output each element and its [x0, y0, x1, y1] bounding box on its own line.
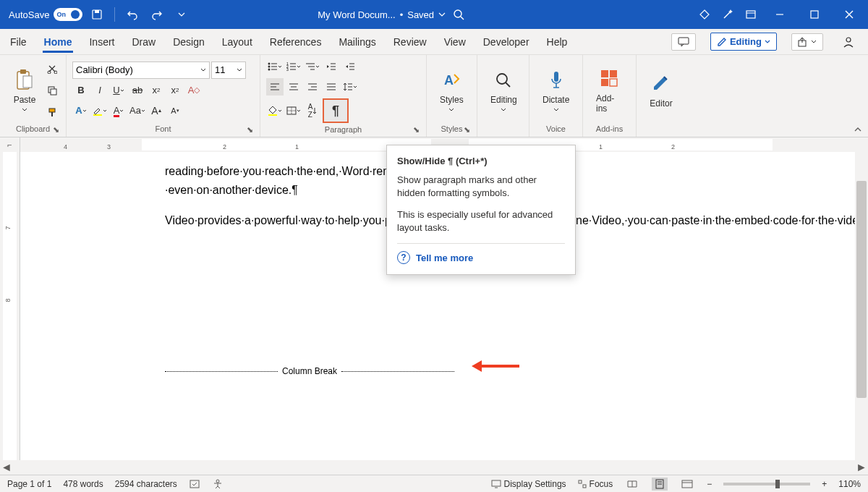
save-icon[interactable] [87, 4, 107, 25]
bold-button[interactable]: B [72, 82, 90, 99]
account-icon[interactable] [838, 33, 859, 51]
tab-draw[interactable]: Draw [130, 32, 157, 52]
read-mode-icon[interactable] [624, 478, 640, 491]
page-count[interactable]: Page 1 of 1 [7, 479, 51, 489]
change-case-button[interactable]: Aa [129, 102, 146, 119]
font-color-button[interactable]: A [110, 102, 127, 119]
vertical-ruler[interactable]: 7 8 [0, 152, 20, 460]
tab-review[interactable]: Review [392, 32, 428, 52]
help-icon: ? [397, 251, 410, 264]
scroll-right-icon[interactable]: ► [855, 461, 868, 474]
maximize-button[interactable] [799, 0, 830, 29]
decrease-indent-button[interactable] [323, 58, 340, 75]
focus-button[interactable]: Focus [578, 479, 613, 489]
editor-button[interactable]: Editor [642, 72, 680, 109]
format-painter-icon[interactable] [43, 103, 61, 121]
display-settings[interactable]: Display Settings [491, 479, 566, 489]
tab-view[interactable]: View [443, 32, 467, 52]
zoom-slider[interactable] [723, 483, 810, 485]
shading-button[interactable] [266, 102, 284, 119]
clear-format-icon[interactable]: A◇ [185, 82, 203, 99]
comments-button[interactable] [671, 33, 696, 51]
tab-mailings[interactable]: Mailings [337, 32, 377, 52]
bullets-button[interactable] [266, 58, 284, 75]
window-icon[interactable] [741, 4, 761, 25]
multilevel-button[interactable] [304, 58, 321, 75]
zoom-in-button[interactable]: + [822, 479, 827, 489]
font-dialog-launcher[interactable]: ⬊ [245, 125, 254, 134]
dictate-button[interactable]: Dictate [535, 69, 576, 112]
tab-developer[interactable]: Developer [482, 32, 531, 52]
redo-icon[interactable] [147, 4, 167, 25]
underline-button[interactable]: U [110, 82, 127, 99]
horizontal-scrollbar[interactable]: ◄ ► [0, 460, 868, 475]
accessibility-icon[interactable] [212, 479, 224, 489]
editing-find-button[interactable]: Editing [483, 69, 524, 112]
zoom-out-button[interactable]: − [707, 479, 712, 489]
font-size-combo[interactable]: 11 [211, 62, 246, 79]
tab-insert[interactable]: Insert [88, 32, 116, 52]
italic-button[interactable]: I [91, 82, 109, 99]
styles-button[interactable]: A Styles [433, 69, 471, 112]
strikethrough-button[interactable]: ab [129, 82, 146, 99]
tab-design[interactable]: Design [171, 32, 206, 52]
clipboard-dialog-launcher[interactable]: ⬊ [51, 125, 60, 134]
cut-icon[interactable] [43, 60, 61, 77]
collapse-ribbon-icon[interactable] [854, 125, 862, 134]
tab-home[interactable]: Home [43, 32, 74, 52]
qat-dropdown-icon[interactable] [171, 4, 192, 25]
svg-point-27 [268, 69, 271, 71]
word-count[interactable]: 478 words [63, 479, 103, 489]
undo-icon[interactable] [122, 4, 142, 25]
web-layout-icon[interactable] [679, 478, 695, 491]
autosave-toggle[interactable]: On [54, 8, 82, 21]
numbering-button[interactable]: 123 [285, 58, 302, 75]
scroll-left-icon[interactable]: ◄ [0, 461, 13, 474]
document-title[interactable]: My Word Docum... • Saved [318, 9, 446, 20]
line-spacing-button[interactable] [341, 78, 359, 96]
align-center-button[interactable] [285, 78, 302, 96]
addins-button[interactable]: Add-ins [589, 67, 630, 114]
char-count[interactable]: 2594 characters [115, 479, 177, 489]
share-button[interactable] [791, 33, 823, 51]
group-paragraph: 123 AZ ¶ [260, 55, 427, 137]
justify-button[interactable] [323, 78, 340, 96]
borders-button[interactable] [285, 102, 302, 119]
font-name-combo[interactable]: Calibri (Body) [72, 62, 210, 79]
copy-icon[interactable] [43, 82, 61, 99]
search-button[interactable] [453, 9, 569, 20]
increase-indent-button[interactable] [341, 58, 359, 75]
close-button[interactable] [833, 0, 865, 29]
column-break-marker: Column Break [165, 366, 454, 376]
superscript-button[interactable]: x2 [166, 82, 184, 99]
minimize-button[interactable] [764, 0, 796, 29]
vertical-scrollbar[interactable] [855, 152, 868, 460]
zoom-level[interactable]: 110% [838, 479, 861, 489]
group-font: Calibri (Body) 11 B I U ab x2 x2 A◇ A A … [67, 55, 260, 137]
editing-mode-button[interactable]: Editing [710, 33, 777, 51]
paragraph-dialog-launcher[interactable]: ⬊ [412, 125, 420, 134]
group-editing: Editing [477, 55, 529, 137]
align-right-button[interactable] [304, 78, 321, 96]
tab-references[interactable]: References [268, 32, 323, 52]
text-effects-button[interactable]: A [72, 102, 90, 119]
tab-layout[interactable]: Layout [221, 32, 254, 52]
sort-button[interactable]: AZ [304, 102, 321, 119]
diamond-icon[interactable] [694, 4, 715, 25]
spellcheck-icon[interactable] [189, 479, 200, 489]
align-left-button[interactable] [266, 78, 284, 96]
print-layout-icon[interactable] [652, 478, 668, 491]
tab-help[interactable]: Help [545, 32, 569, 52]
show-hide-button[interactable]: ¶ [323, 98, 349, 123]
highlight-button[interactable] [91, 102, 109, 119]
group-addins: Add-ins Add-ins [583, 55, 637, 137]
svg-point-64 [497, 74, 507, 84]
wand-icon[interactable] [718, 4, 738, 25]
grow-font-button[interactable]: A▴ [148, 102, 165, 119]
paste-button[interactable]: Paste [6, 69, 43, 112]
subscript-button[interactable]: x2 [148, 82, 165, 99]
styles-dialog-launcher[interactable]: ⬊ [462, 125, 471, 134]
shrink-font-button[interactable]: A▾ [166, 102, 184, 119]
tab-file[interactable]: File [9, 32, 28, 52]
tell-me-more-link[interactable]: ? Tell me more [397, 243, 565, 264]
